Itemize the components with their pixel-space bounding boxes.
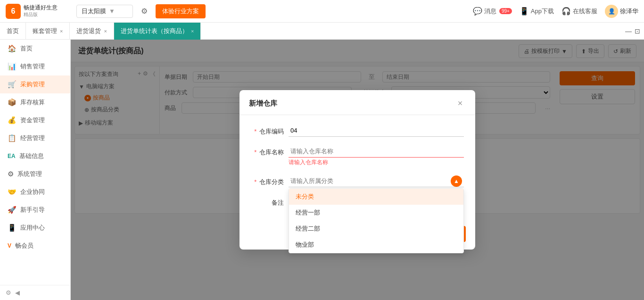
guide-icon: 🚀 <box>8 206 17 214</box>
sidebar-collapse-icon[interactable]: ⚙ <box>6 289 11 296</box>
name-field: 请输入仓库名称 <box>289 145 464 167</box>
app-download-label: App下载 <box>531 7 554 16</box>
tab-purchase-stat-close-icon[interactable]: × <box>191 28 194 34</box>
tab-minimize-btn[interactable]: — <box>625 27 632 35</box>
required-star-category: * <box>254 178 256 185</box>
headset-icon: 🎧 <box>561 7 571 16</box>
home-icon: 🏠 <box>8 44 17 53</box>
user-area[interactable]: 👤 徐泽华 <box>605 5 638 18</box>
collab-icon: 🤝 <box>8 188 17 196</box>
store-arrow-icon: ▼ <box>109 8 115 15</box>
name-error-msg: 请输入仓库名称 <box>289 158 464 167</box>
new-warehouse-modal: 新增仓库 × * 仓库编码 <box>239 90 475 250</box>
dropdown-item-3[interactable]: 物业部 <box>289 237 463 253</box>
category-field: ▲ 未分类 经营一部 经营二部 物业部 <box>289 175 464 187</box>
tab-purchase-return-close-icon[interactable]: × <box>104 28 107 34</box>
sidebar-arrow-icon[interactable]: ◀ <box>15 289 20 296</box>
tab-purchase-stat[interactable]: 进货单统计表（按商品） × <box>114 23 201 40</box>
tab-account-label: 账套管理 <box>33 27 57 35</box>
purchase-icon: 🛒 <box>8 80 17 89</box>
tab-purchase-return-label: 进货退货 <box>76 27 101 35</box>
sidebar-item-operation[interactable]: 📋 经营管理 <box>0 129 70 147</box>
required-star-name: * <box>254 149 256 156</box>
store-name: 日太阳膜 <box>82 7 106 16</box>
logo-icon: 6 <box>6 4 21 19</box>
main-content: 进货单统计(按商品) 🖨 按模板打印 ▼ ⬆ 导出 ↺ 刷新 <box>71 40 644 300</box>
form-row-code: * 仓库编码 <box>251 125 464 137</box>
mobile-icon: 📱 <box>520 7 529 16</box>
sidebar-vip-label: 畅会员 <box>15 242 33 250</box>
dropdown-item-1[interactable]: 经营一部 <box>289 205 463 221</box>
tab-home[interactable]: 首页 <box>0 23 26 40</box>
sidebar-bottom: ⚙ ◀ <box>0 285 70 300</box>
app-sub: 精品版 <box>24 11 58 18</box>
code-input[interactable] <box>289 125 464 137</box>
sidebar-item-vip[interactable]: V 畅会员 <box>0 237 70 255</box>
sidebar-item-guide[interactable]: 🚀 新手引导 <box>0 201 70 219</box>
settings-icon-btn[interactable]: ⚙ <box>137 4 152 19</box>
sidebar-system-label: 系统管理 <box>17 170 42 178</box>
messages-btn[interactable]: 💬 消息 99+ <box>473 7 512 16</box>
form-row-category: * 仓库分类 ▲ 未分类 经营一部 经 <box>251 175 464 187</box>
dropdown-item-2[interactable]: 经营二部 <box>289 221 463 237</box>
tab-account[interactable]: 账套管理 × <box>26 23 70 40</box>
tab-account-close-icon[interactable]: × <box>60 28 63 34</box>
top-navigation: 6 畅捷通好生意 精品版 日太阳膜 ▼ ⚙ 体验行业方案 💬 消息 99+ 📱 … <box>0 0 644 23</box>
sidebar-item-sales[interactable]: 📊 销售管理 <box>0 58 70 75</box>
category-dropdown-toggle[interactable]: ▲ <box>451 175 462 187</box>
messages-label: 消息 <box>484 7 496 16</box>
online-service-btn[interactable]: 🎧 在线客服 <box>561 7 597 16</box>
sidebar-item-system[interactable]: ⚙ 系统管理 <box>0 165 70 183</box>
modal-overlay: 新增仓库 × * 仓库编码 <box>71 40 644 300</box>
sidebar-purchase-label: 采购管理 <box>20 80 45 89</box>
sidebar-item-finance[interactable]: 💰 资金管理 <box>0 111 70 129</box>
sidebar-guide-label: 新手引导 <box>20 206 45 214</box>
app-download-btn[interactable]: 📱 App下载 <box>520 7 554 16</box>
avatar: 👤 <box>605 5 618 18</box>
dropdown-item-0[interactable]: 未分类 <box>289 189 463 205</box>
category-select-wrapper: ▲ <box>289 175 464 187</box>
logo-text-block: 畅捷通好生意 精品版 <box>24 4 58 18</box>
category-label: * 仓库分类 <box>251 175 289 186</box>
remark-label: 备注 <box>251 196 289 207</box>
modal-title: 新增仓库 <box>249 99 277 108</box>
sidebar-basic-label: 基础信息 <box>19 152 44 160</box>
sidebar-item-app[interactable]: 📱 应用中心 <box>0 219 70 237</box>
top-nav-right: 💬 消息 99+ 📱 App下载 🎧 在线客服 👤 徐泽华 <box>473 5 638 18</box>
store-selector[interactable]: 日太阳膜 ▼ <box>76 5 133 18</box>
basic-icon: EA <box>8 153 16 159</box>
sidebar-item-collab[interactable]: 🤝 企业协同 <box>0 183 70 201</box>
logo-area: 6 畅捷通好生意 精品版 <box>6 4 76 19</box>
top-nav-center: 日太阳膜 ▼ ⚙ 体验行业方案 <box>76 4 473 19</box>
finance-icon: 💰 <box>8 116 17 125</box>
modal-close-btn[interactable]: × <box>454 98 466 109</box>
sidebar-collab-label: 企业协同 <box>20 188 45 196</box>
code-label: * 仓库编码 <box>251 125 289 136</box>
sidebar-item-inventory[interactable]: 📦 库存核算 <box>0 93 70 111</box>
sidebar-item-purchase[interactable]: 🛒 采购管理 <box>0 75 70 93</box>
tab-purchase-stat-label: 进货单统计表（按商品） <box>121 27 188 35</box>
message-icon: 💬 <box>473 7 482 16</box>
sidebar-item-basic[interactable]: EA 基础信息 <box>0 147 70 165</box>
tab-home-label: 首页 <box>7 27 19 35</box>
main-layout: 🏠 首页 📊 销售管理 🛒 采购管理 📦 库存核算 💰 资金管理 📋 经营管理 … <box>0 40 644 300</box>
required-star-code: * <box>254 128 256 135</box>
code-field <box>289 125 464 137</box>
sales-icon: 📊 <box>8 62 17 71</box>
online-service-label: 在线客服 <box>573 7 597 16</box>
sidebar-home-label: 首页 <box>20 44 33 53</box>
app-name: 畅捷通好生意 <box>24 4 58 12</box>
trial-button[interactable]: 体验行业方案 <box>156 4 206 18</box>
app-icon: 📱 <box>8 224 17 232</box>
sidebar-app-label: 应用中心 <box>20 224 45 232</box>
name-input[interactable] <box>289 145 464 158</box>
category-input[interactable] <box>289 175 464 187</box>
sidebar-inventory-label: 库存核算 <box>20 98 45 107</box>
sidebar-item-home[interactable]: 🏠 首页 <box>0 40 70 58</box>
messages-badge: 99+ <box>499 8 512 14</box>
tab-maximize-btn[interactable]: ⊡ <box>635 27 640 35</box>
tab-purchase-return[interactable]: 进货退货 × <box>70 23 114 40</box>
sidebar-operation-label: 经营管理 <box>20 134 45 142</box>
category-dropdown-list: 未分类 经营一部 经营二部 物业部 <box>289 188 464 253</box>
inventory-icon: 📦 <box>8 98 17 107</box>
